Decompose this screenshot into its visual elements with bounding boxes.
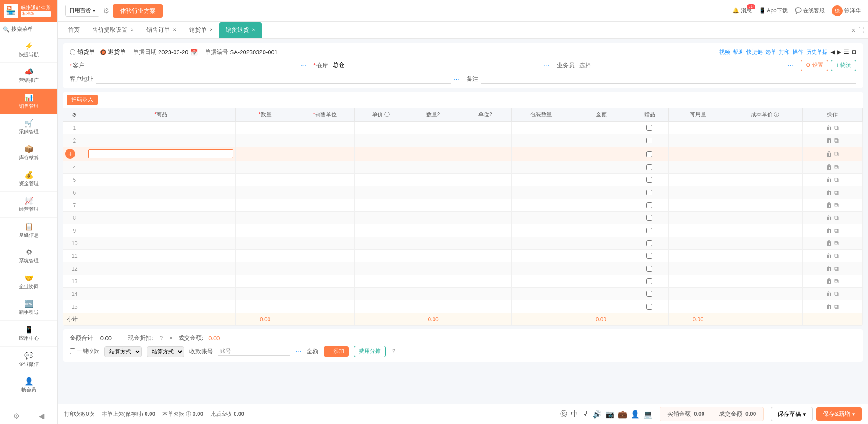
view-grid-icon[interactable]: ⊞ [852, 49, 856, 55]
remark-input[interactable] [481, 75, 856, 84]
print-link[interactable]: 打印 [779, 48, 790, 56]
cell-unit[interactable] [295, 122, 355, 134]
sidebar-item-guide[interactable]: 🆕 新手引导 [0, 295, 57, 321]
tab-close-icon[interactable]: ✕ [209, 27, 213, 32]
shortcut-link[interactable]: 快捷键 [746, 48, 763, 56]
tab-close-icon[interactable]: ✕ [130, 27, 134, 32]
material-btn[interactable]: + 物流 [831, 60, 856, 71]
delete-row-btn[interactable]: 🗑 [826, 189, 832, 196]
cell-qty[interactable] [236, 147, 295, 161]
gift-checkbox[interactable] [646, 253, 652, 259]
calc-method-select[interactable]: 结算方式 [147, 346, 184, 357]
product-input[interactable] [88, 137, 233, 145]
copy-row-btn[interactable]: ⧉ [834, 227, 839, 234]
copy-row-btn[interactable]: ⧉ [834, 124, 839, 132]
cell-price[interactable] [355, 122, 407, 134]
cell-qty2[interactable] [407, 147, 459, 161]
gift-checkbox[interactable] [646, 228, 652, 233]
qty2-input[interactable] [409, 124, 458, 132]
gift-checkbox[interactable] [646, 291, 652, 297]
nav-next-icon[interactable]: ▶ [837, 49, 841, 55]
cell-qty2[interactable] [407, 134, 459, 147]
experience-btn[interactable]: 体验行业方案 [113, 4, 163, 18]
delete-row-btn[interactable]: 🗑 [826, 290, 832, 298]
copy-row-btn[interactable]: ⧉ [834, 214, 839, 222]
cell-qty[interactable] [236, 122, 295, 134]
tool-icon-8[interactable]: 💻 [643, 410, 652, 419]
delete-row-btn[interactable]: 🗑 [826, 150, 832, 158]
tab-sales-delivery[interactable]: 销货单 ✕ [183, 22, 219, 38]
tool-icon-6[interactable]: 💼 [618, 410, 627, 419]
copy-row-btn[interactable]: ⧉ [834, 265, 839, 272]
tool-icon-7[interactable]: 👤 [631, 410, 640, 419]
staff-select-btn[interactable]: ··· [788, 62, 793, 70]
address-select-btn[interactable]: ··· [453, 75, 459, 83]
cell-cost[interactable] [728, 134, 802, 147]
calendar-icon[interactable]: 📅 [190, 49, 198, 56]
copy-row-btn[interactable]: ⧉ [834, 252, 839, 260]
radio-sales-return[interactable]: 退货单 [100, 48, 126, 56]
radio-sales-delivery[interactable]: 销货单 [70, 48, 95, 56]
tool-icon-3[interactable]: 🎙 [582, 410, 589, 418]
delete-row-btn[interactable]: 🗑 [826, 201, 832, 209]
tab-close-icon[interactable]: ✕ [173, 27, 176, 32]
gift-checkbox[interactable] [646, 240, 652, 246]
gift-checkbox[interactable] [646, 278, 652, 284]
cell-product[interactable] [86, 147, 235, 161]
cell-price[interactable] [355, 134, 407, 147]
delete-row-btn[interactable]: 🗑 [826, 265, 832, 272]
pkg-input[interactable] [514, 124, 569, 132]
delete-row-btn[interactable]: 🗑 [826, 176, 832, 184]
close-tab-btn[interactable]: ✕ [851, 27, 856, 34]
gift-checkbox[interactable] [646, 266, 652, 272]
save-new-btn[interactable]: 保存&新增 ▾ [816, 407, 862, 421]
sidebar-item-finance[interactable]: 💰 资金管理 [0, 166, 57, 192]
cell-amount[interactable] [571, 122, 631, 134]
discount-help-icon[interactable]: ？ [159, 334, 164, 342]
cell-gift[interactable] [631, 122, 669, 134]
gift-checkbox[interactable] [646, 164, 652, 170]
online-service-link[interactable]: 💬 在线客服 [795, 7, 825, 14]
copy-row-btn[interactable]: ⧉ [834, 137, 839, 144]
copy-row-btn[interactable]: ⧉ [834, 290, 839, 298]
cell-pkg[interactable] [511, 122, 571, 134]
gift-checkbox[interactable] [646, 125, 652, 131]
tool-icon-5[interactable]: 📷 [605, 410, 614, 419]
cell-available[interactable] [668, 147, 728, 161]
delete-row-btn[interactable]: 🗑 [826, 277, 832, 285]
cell-qty[interactable] [236, 134, 295, 147]
gift-checkbox[interactable] [646, 151, 652, 157]
address-input[interactable] [96, 75, 451, 84]
gift-checkbox[interactable] [646, 215, 652, 221]
industry-selector[interactable]: 日用百货 ▾ [65, 5, 99, 17]
gift-checkbox[interactable] [646, 202, 652, 208]
account-select-btn[interactable]: ··· [295, 348, 301, 356]
cell-unit2[interactable] [459, 122, 512, 134]
cell-gift[interactable] [631, 147, 669, 161]
tool-icon-4[interactable]: 🔊 [593, 410, 602, 419]
app-download-link[interactable]: 📱 App下载 [759, 7, 788, 14]
sidebar-item-marketing[interactable]: 📣 营销推广 [0, 63, 57, 89]
tab-price-setting[interactable]: 售价提取设置 ✕ [86, 22, 140, 38]
copy-row-btn[interactable]: ⧉ [834, 303, 839, 310]
cell-cost[interactable] [728, 147, 802, 161]
user-menu[interactable]: 徐 徐泽华 [832, 5, 861, 16]
sidebar-item-basic[interactable]: 📋 基础信息 [0, 218, 57, 243]
cell-unit2[interactable] [459, 147, 512, 161]
operate-link[interactable]: 操作 [793, 48, 803, 56]
delete-row-btn[interactable]: 🗑 [826, 239, 832, 247]
help-link[interactable]: 帮助 [733, 48, 744, 56]
add-payment-btn[interactable]: + 添加 [324, 346, 348, 357]
sidebar-item-member[interactable]: 👤 畅会员 [0, 372, 57, 398]
cell-pkg[interactable] [511, 147, 571, 161]
copy-row-btn[interactable]: ⧉ [834, 277, 839, 285]
sidebar-settings-btn[interactable]: ⚙ [13, 412, 19, 420]
copy-row-btn[interactable]: ⧉ [834, 239, 839, 247]
one-click-pay-checkbox[interactable] [70, 348, 75, 354]
amount-input[interactable] [573, 124, 629, 132]
gift-checkbox[interactable] [646, 304, 652, 310]
product-input[interactable] [88, 124, 233, 132]
cell-unit2[interactable] [459, 134, 512, 147]
copy-row-btn[interactable]: ⧉ [834, 150, 839, 158]
sidebar-item-enterprise[interactable]: 🤝 企业协同 [0, 269, 57, 295]
